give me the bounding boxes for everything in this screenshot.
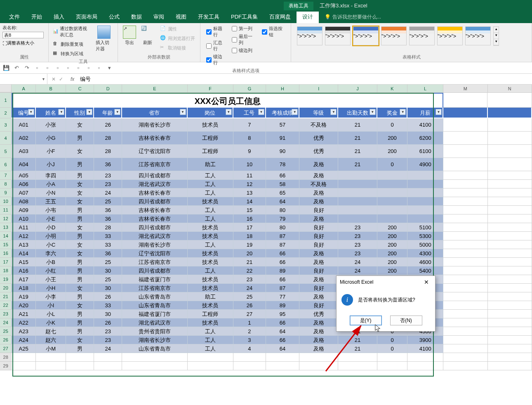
- table-cell[interactable]: [407, 214, 443, 223]
- table-cell[interactable]: 65: [266, 188, 299, 197]
- table-cell[interactable]: 贵州省贵阳市: [122, 327, 187, 336]
- table-cell[interactable]: 男: [66, 258, 94, 266]
- filter-dropdown-icon[interactable]: ▼: [435, 109, 442, 115]
- table-cell[interactable]: 女: [66, 197, 94, 206]
- cell[interactable]: [443, 336, 487, 344]
- table-cell[interactable]: 技术员: [188, 223, 233, 232]
- table-cell[interactable]: 87: [266, 240, 299, 249]
- row-header[interactable]: 16: [0, 249, 12, 258]
- insert-slicer-button[interactable]: 插入切片器: [93, 25, 115, 53]
- table-header-cell[interactable]: 出勤天数▼: [338, 108, 377, 118]
- table-cell[interactable]: 200: [377, 132, 408, 145]
- cell[interactable]: [233, 362, 266, 370]
- row-header[interactable]: 7: [0, 171, 12, 180]
- cell[interactable]: [488, 145, 532, 158]
- table-cell[interactable]: 13: [233, 188, 266, 197]
- table-cell[interactable]: [338, 197, 377, 206]
- table-cell[interactable]: A08: [12, 197, 35, 206]
- table-cell[interactable]: 5400: [407, 266, 443, 275]
- table-cell[interactable]: A15: [12, 258, 35, 266]
- table-cell[interactable]: 23: [338, 249, 377, 258]
- table-cell[interactable]: 湖北省武汉市: [122, 180, 187, 188]
- cell[interactable]: [487, 93, 532, 108]
- table-cell[interactable]: 25: [94, 275, 122, 284]
- table-cell[interactable]: 小I: [36, 301, 66, 310]
- table-cell[interactable]: 23: [94, 327, 122, 336]
- column-header[interactable]: G: [233, 85, 266, 92]
- cell[interactable]: [122, 353, 187, 362]
- table-cell[interactable]: 30: [94, 310, 122, 318]
- cell[interactable]: [338, 353, 377, 362]
- table-cell[interactable]: 89: [266, 301, 299, 310]
- table-cell[interactable]: [377, 188, 408, 197]
- table-cell[interactable]: 男: [66, 292, 94, 301]
- table-cell[interactable]: 30: [94, 266, 122, 275]
- table-cell[interactable]: 66: [266, 318, 299, 327]
- table-cell[interactable]: 26: [94, 292, 122, 301]
- table-cell[interactable]: 男: [66, 266, 94, 275]
- table-cell[interactable]: 200: [377, 232, 408, 240]
- table-cell[interactable]: 工人: [188, 327, 233, 336]
- table-cell[interactable]: [407, 197, 443, 206]
- cell[interactable]: [66, 353, 94, 362]
- table-cell[interactable]: 89: [266, 266, 299, 275]
- qat-btn-5[interactable]: ▫: [43, 64, 52, 73]
- cell[interactable]: [488, 197, 532, 206]
- table-name-input[interactable]: [2, 32, 44, 38]
- table-cell[interactable]: 4300: [407, 249, 443, 258]
- cell[interactable]: [443, 353, 487, 362]
- cell[interactable]: [338, 362, 377, 370]
- qat-save[interactable]: 💾: [2, 64, 11, 73]
- table-cell[interactable]: 吉林省长春市: [122, 132, 187, 145]
- table-cell[interactable]: 200: [377, 223, 408, 232]
- table-cell[interactable]: 赵七: [36, 327, 66, 336]
- cell[interactable]: [488, 108, 532, 118]
- table-cell[interactable]: 女: [66, 240, 94, 249]
- row-header[interactable]: 29: [0, 362, 12, 370]
- table-cell[interactable]: 200: [377, 266, 408, 275]
- table-cell[interactable]: 26: [233, 301, 266, 310]
- table-cell[interactable]: 女: [66, 284, 94, 292]
- table-cell[interactable]: 28: [94, 223, 122, 232]
- table-cell[interactable]: 24: [94, 188, 122, 197]
- table-cell[interactable]: 33: [94, 240, 122, 249]
- cell[interactable]: [443, 158, 487, 171]
- filter-dropdown-icon[interactable]: ▼: [58, 109, 64, 115]
- table-cell[interactable]: 工人: [188, 266, 233, 275]
- table-cell[interactable]: 30: [94, 284, 122, 292]
- table-cell[interactable]: 及格: [299, 344, 338, 353]
- table-cell[interactable]: 16: [233, 214, 266, 223]
- filter-dropdown-icon[interactable]: ▼: [28, 109, 34, 115]
- cell[interactable]: [488, 344, 532, 353]
- filter-dropdown-icon[interactable]: ▼: [114, 109, 120, 115]
- table-title[interactable]: XXX公司员工信息: [12, 93, 443, 108]
- row-header[interactable]: 9: [0, 188, 12, 197]
- table-cell[interactable]: A22: [12, 318, 35, 327]
- table-cell[interactable]: 14: [233, 197, 266, 206]
- table-cell[interactable]: 15: [233, 206, 266, 214]
- cell[interactable]: [407, 362, 443, 370]
- cell[interactable]: [443, 214, 487, 223]
- column-header[interactable]: N: [488, 85, 532, 92]
- table-cell[interactable]: 湖北省武汉市: [122, 318, 187, 327]
- cell[interactable]: [443, 362, 487, 370]
- table-cell[interactable]: 23: [338, 232, 377, 240]
- table-cell[interactable]: 21: [338, 336, 377, 344]
- cell[interactable]: [488, 171, 532, 180]
- table-cell[interactable]: 技术员: [188, 232, 233, 240]
- table-cell[interactable]: A24: [12, 336, 35, 344]
- table-cell[interactable]: 助工: [188, 158, 233, 171]
- table-cell[interactable]: A05: [12, 171, 35, 180]
- tab-layout[interactable]: 页面布局: [70, 11, 103, 23]
- table-cell[interactable]: 女: [66, 145, 94, 158]
- cell[interactable]: [488, 284, 532, 292]
- table-cell[interactable]: A23: [12, 327, 35, 336]
- cell[interactable]: [94, 362, 122, 370]
- cell[interactable]: [443, 118, 487, 132]
- table-header-cell[interactable]: 编号▼: [12, 108, 36, 118]
- table-cell[interactable]: 山东省青岛市: [122, 301, 187, 310]
- table-cell[interactable]: 技术员: [188, 258, 233, 266]
- table-cell[interactable]: 江苏省南京市: [122, 158, 187, 171]
- filter-button-checkbox[interactable]: 筛选按钮: [262, 26, 285, 38]
- table-cell[interactable]: [407, 180, 443, 188]
